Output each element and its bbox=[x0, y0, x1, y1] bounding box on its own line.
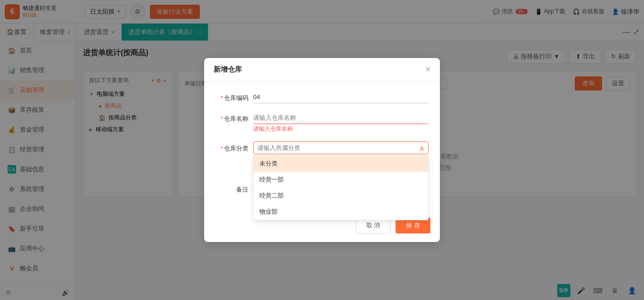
warehouse-name-control: 请输入仓库名称 bbox=[253, 112, 429, 133]
warehouse-name-row: 仓库名称 请输入仓库名称 bbox=[215, 112, 429, 133]
warehouse-category-label: 仓库分类 bbox=[215, 142, 253, 153]
category-dropdown: 未分类 经营一部 经营二部 物业部 bbox=[253, 155, 429, 220]
dropdown-item-ops1[interactable]: 经营一部 bbox=[254, 172, 428, 188]
modal-title: 新增仓库 bbox=[214, 65, 242, 74]
warehouse-code-row: 仓库编码 bbox=[215, 91, 429, 103]
warehouse-name-error: 请输入仓库名称 bbox=[253, 125, 429, 133]
warehouse-code-label: 仓库编码 bbox=[215, 91, 253, 102]
warehouse-note-label: 备注 bbox=[215, 183, 253, 194]
new-warehouse-modal: 新增仓库 × 仓库编码 仓库名称 请输入仓库名称 仓库分类 bbox=[204, 58, 440, 242]
warehouse-code-control bbox=[253, 91, 429, 103]
warehouse-category-control: ∧ 未分类 经营一部 经营二部 物业部 bbox=[253, 142, 429, 154]
warehouse-name-label: 仓库名称 bbox=[215, 112, 253, 123]
modal-header: 新增仓库 × bbox=[204, 58, 440, 82]
category-select-wrapper: ∧ 未分类 经营一部 经营二部 物业部 bbox=[253, 142, 429, 154]
dropdown-item-ops2[interactable]: 经营二部 bbox=[254, 188, 428, 204]
dropdown-item-property[interactable]: 物业部 bbox=[254, 204, 428, 220]
modal-overlay: 新增仓库 × 仓库编码 仓库名称 请输入仓库名称 仓库分类 bbox=[0, 0, 644, 300]
modal-close-button[interactable]: × bbox=[425, 65, 430, 75]
modal-body: 仓库编码 仓库名称 请输入仓库名称 仓库分类 ∧ bbox=[204, 82, 440, 213]
dropdown-item-uncategorized[interactable]: 未分类 bbox=[254, 156, 428, 172]
warehouse-name-input[interactable] bbox=[253, 112, 429, 124]
warehouse-category-row: 仓库分类 ∧ 未分类 经营一部 经营二部 物业部 bbox=[215, 142, 429, 154]
warehouse-code-input[interactable] bbox=[253, 91, 429, 103]
warehouse-category-input[interactable] bbox=[253, 142, 429, 154]
